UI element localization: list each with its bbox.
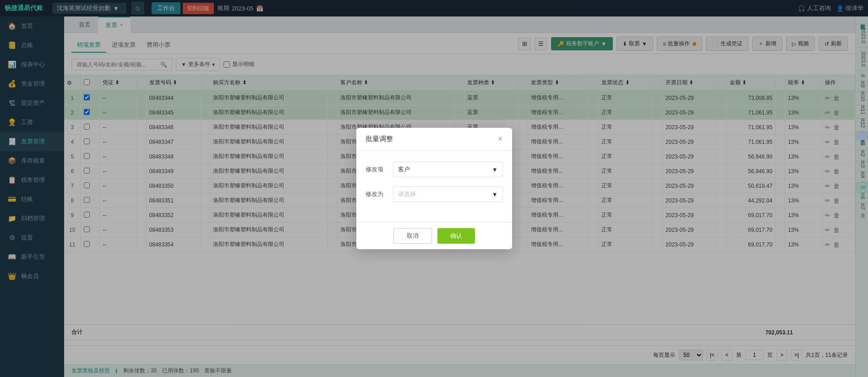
- modal-value-label: 修改为: [366, 190, 393, 198]
- modal-value-placeholder: 请选择: [398, 190, 416, 198]
- modal-close-button[interactable]: ×: [498, 134, 503, 144]
- modal-confirm-button[interactable]: 确认: [437, 228, 475, 244]
- modal-field-value: 客户: [398, 165, 410, 174]
- modal-cancel-button[interactable]: 取消: [393, 228, 432, 244]
- modal-value-select[interactable]: 请选择 ▼: [393, 186, 503, 202]
- modal-value-dropdown-icon: ▼: [492, 191, 498, 198]
- modal-field-row: 修改项 客户 ▼: [366, 162, 503, 177]
- modal-header: 批量调整 ×: [356, 128, 512, 151]
- modal-value-row: 修改为 请选择 ▼: [366, 186, 503, 202]
- modal-title: 批量调整: [366, 135, 393, 143]
- modal-field-label: 修改项: [366, 165, 393, 174]
- modal-field-select[interactable]: 客户 ▼: [393, 162, 503, 177]
- modal-overlay[interactable]: 批量调整 × 修改项 客户 ▼ 修改为 请选择 ▼ 取消 确认: [0, 0, 868, 377]
- modal-field-dropdown-icon: ▼: [492, 166, 498, 173]
- modal-body: 修改项 客户 ▼ 修改为 请选择 ▼: [356, 151, 512, 222]
- batch-adjust-modal: 批量调整 × 修改项 客户 ▼ 修改为 请选择 ▼ 取消 确认: [356, 128, 512, 249]
- modal-footer: 取消 确认: [356, 222, 512, 249]
